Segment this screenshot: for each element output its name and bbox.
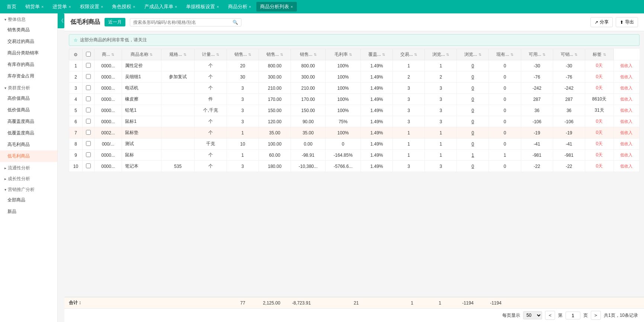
row-checkbox[interactable] <box>86 152 91 157</box>
col-name[interactable]: 商品名称 ⇅ <box>122 49 161 60</box>
col-checkbox[interactable] <box>83 49 94 60</box>
col-code[interactable]: 商... ⇅ <box>94 49 122 60</box>
col-unit[interactable]: 计量... ⇅ <box>195 49 227 60</box>
share-button[interactable]: ↗ 分享 <box>590 17 613 27</box>
nav-home[interactable]: 首页 <box>3 2 20 12</box>
col-spec[interactable]: 规格... ⇅ <box>161 49 195 60</box>
sidebar-group-overall[interactable]: ▾ 整体信息 <box>0 13 57 24</box>
row-s4: -5766.6... <box>326 161 361 172</box>
browse1-link[interactable]: 0 <box>472 86 474 91</box>
row-browse2: 1 <box>489 150 521 161</box>
sidebar-item-high-coverage[interactable]: 高覆盖度商品 <box>0 116 57 127</box>
nav-purchase-close[interactable]: × <box>68 4 71 9</box>
col-sales1[interactable]: 销售... ⇅ <box>227 49 259 60</box>
select-all-checkbox[interactable] <box>86 52 91 57</box>
nav-template[interactable]: 单据模板设置 × <box>182 2 222 12</box>
nav-template-close[interactable]: × <box>217 4 219 9</box>
sidebar-item-high-value[interactable]: 高价值商品 <box>0 93 57 104</box>
row-trade: 1 <box>425 150 457 161</box>
sidebar-item-new-goods[interactable]: 新品 <box>0 206 57 217</box>
nav-analysis[interactable]: 商品分析 × <box>224 2 255 12</box>
row-browse1: 0 <box>457 105 489 116</box>
col-saleable[interactable]: 可销... ⇅ <box>553 49 585 60</box>
col-stock[interactable]: 现有... ⇅ <box>489 49 521 60</box>
row-checkbox[interactable] <box>86 85 91 90</box>
col-trade[interactable]: 交易... ⇅ <box>393 49 425 60</box>
sidebar-item-low-margin[interactable]: 低毛利商品 <box>0 150 57 162</box>
nav-analysis-list[interactable]: 商品分析列表 × <box>256 2 297 12</box>
row-tag: 低收入 <box>613 138 639 150</box>
row-trade: 1 <box>425 138 457 150</box>
col-browse1[interactable]: 浏览... ⇅ <box>425 49 457 60</box>
nav-permission-close[interactable]: × <box>101 4 103 9</box>
nav-analysis-close[interactable]: × <box>249 4 251 9</box>
sidebar-item-stocked-goods[interactable]: 有库存的商品 <box>0 59 57 70</box>
search-icon[interactable]: 🔍 <box>233 20 238 25</box>
row-checkbox[interactable] <box>86 63 91 68</box>
browse1-link[interactable]: 0 <box>472 63 474 68</box>
browse1-link[interactable]: 0 <box>472 97 474 102</box>
col-sales3[interactable]: 销售... ⇅ <box>291 49 326 60</box>
row-checkbox[interactable] <box>86 74 91 79</box>
filter-button[interactable]: 近一月 <box>105 18 125 26</box>
footer-s2: 2,125.00 <box>257 300 286 306</box>
browse1-link[interactable]: 0 <box>472 130 474 136</box>
page-number-input[interactable] <box>565 312 580 319</box>
sidebar-item-traded-goods[interactable]: 交易过的商品 <box>0 36 57 47</box>
browse1-link[interactable]: 0 <box>472 141 474 147</box>
row-s4: 100% <box>326 105 361 116</box>
sidebar-item-sales-goods[interactable]: 销售类商品 <box>0 24 57 36</box>
sidebar-item-stock-funds[interactable]: 库存资金占用 <box>0 70 57 82</box>
browse1-link[interactable]: 0 <box>472 119 474 124</box>
row-checkbox[interactable] <box>86 130 91 135</box>
page-size-label: 每页显示 <box>502 312 520 319</box>
sidebar-group-growth[interactable]: ▸ 成长性分析 <box>0 173 57 184</box>
sidebar-item-low-value[interactable]: 低价值商品 <box>0 104 57 116</box>
col-tag[interactable]: 标签 ⇅ <box>585 49 613 60</box>
row-checkbox-cell <box>83 60 94 71</box>
row-unit: 个 <box>195 83 227 94</box>
page-size-select[interactable]: 50 100 200 <box>523 311 542 319</box>
browse1-link[interactable]: 0 <box>472 108 474 113</box>
row-s2: 210.00 <box>259 83 291 94</box>
sidebar-collapse-button[interactable]: 《 <box>58 13 64 28</box>
col-sales2[interactable]: 销售... ⇅ <box>259 49 291 60</box>
sidebar-item-category-rate[interactable]: 商品分类助销率 <box>0 47 57 59</box>
nav-sales[interactable]: 销货单 × <box>22 2 47 12</box>
browse1-link[interactable]: 0 <box>472 164 474 169</box>
next-page-button[interactable]: ＞ <box>591 311 601 320</box>
sidebar-item-low-coverage[interactable]: 低覆盖度商品 <box>0 127 57 139</box>
sidebar-group-marketing[interactable]: ▾ 营销推广分析 <box>0 184 57 194</box>
sidebar-item-all-goods[interactable]: 全部商品 <box>0 194 57 206</box>
prev-page-button[interactable]: ＜ <box>545 311 555 320</box>
row-checkbox[interactable] <box>86 141 91 146</box>
nav-purchase[interactable]: 进货单 × <box>49 2 74 12</box>
nav-analysis-list-close[interactable]: × <box>291 4 293 9</box>
nav-sales-close[interactable]: × <box>41 4 44 9</box>
table-footer: 合计： 77 2,125.00 -8,723.91 21 1 1 -1194 -… <box>64 297 644 308</box>
col-settings[interactable]: ⚙ <box>69 49 83 60</box>
col-coverage[interactable]: 覆盖... ⇅ <box>361 49 393 60</box>
browse1-link[interactable]: 0 <box>472 74 474 80</box>
row-name: 鼠标垫 <box>122 127 161 138</box>
sidebar-group-circulation[interactable]: ▸ 流通性分析 <box>0 162 57 173</box>
nav-product-entry-close[interactable]: × <box>175 4 177 9</box>
row-checkbox[interactable] <box>86 163 91 168</box>
export-button[interactable]: ⬆ 导出 <box>616 17 638 27</box>
search-input[interactable] <box>133 20 233 25</box>
browse1-link[interactable]: 1 <box>472 153 474 158</box>
sidebar-group-cluster[interactable]: ▾ 类群度分析 <box>0 82 57 93</box>
col-browse2[interactable]: 浏览... ⇅ <box>457 49 489 60</box>
row-checkbox[interactable] <box>86 119 91 124</box>
nav-product-entry[interactable]: 产成品入库单 × <box>141 2 181 12</box>
col-margin[interactable]: 毛利率 ⇅ <box>326 49 361 60</box>
row-checkbox[interactable] <box>86 108 91 112</box>
row-trade: 3 <box>425 83 457 94</box>
row-checkbox[interactable] <box>86 96 91 101</box>
nav-role-close[interactable]: × <box>133 4 135 9</box>
sidebar-item-high-margin[interactable]: 高毛利商品 <box>0 139 57 150</box>
nav-permission[interactable]: 权限设置 × <box>76 2 107 12</box>
col-available[interactable]: 可用... ⇅ <box>521 49 553 60</box>
nav-role[interactable]: 角色授权 × <box>108 2 139 12</box>
row-checkbox-cell <box>83 116 94 127</box>
